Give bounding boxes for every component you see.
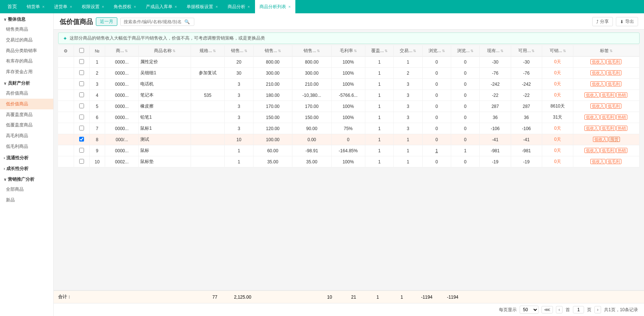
col-margin[interactable]: 毛利率⇅ <box>331 45 365 57</box>
cell-browse1[interactable]: 0 <box>422 112 451 123</box>
sidebar-item-high-value[interactable]: 高价值商品 <box>0 88 53 99</box>
cell-checkbox[interactable] <box>74 79 89 90</box>
col-browse2[interactable]: 浏览...⇅ <box>451 45 479 57</box>
row-checkbox[interactable] <box>79 81 84 86</box>
nav-analysis-list[interactable]: 商品分析列表 × <box>255 0 295 13</box>
row-checkbox[interactable] <box>79 126 84 130</box>
cell-browse1[interactable]: 0 <box>422 68 451 79</box>
row-checkbox[interactable] <box>79 103 84 108</box>
close-icon[interactable]: × <box>134 4 136 9</box>
cell-days: 0天 <box>542 57 573 68</box>
sidebar-item-low-margin[interactable]: 低毛利商品 <box>0 141 53 152</box>
col-stock[interactable]: 现有...⇅ <box>480 45 511 57</box>
cell-checkbox[interactable] <box>74 112 89 123</box>
cell-checkbox[interactable] <box>74 90 89 101</box>
col-days[interactable]: 可销...⇅ <box>542 45 573 57</box>
col-sales-amount[interactable]: 销售...⇅ <box>253 45 292 57</box>
nav-analysis[interactable]: 商品分析 × <box>223 0 254 13</box>
sidebar-item-high-margin[interactable]: 高毛利商品 <box>0 130 53 141</box>
sidebar-item-all-products[interactable]: 全部商品 <box>0 184 53 195</box>
col-browse1[interactable]: 浏览...⇅ <box>422 45 451 57</box>
cell-avail: -242 <box>511 79 542 90</box>
select-all-checkbox[interactable] <box>79 48 84 53</box>
search-icon[interactable]: 🔍 <box>184 19 190 24</box>
page-size-select[interactable]: 50 100 <box>520 306 539 314</box>
cell-browse1[interactable]: 0 <box>422 134 451 145</box>
cell-browse1[interactable]: 0 <box>422 57 451 68</box>
col-sales-profit[interactable]: 销售...⇅ <box>292 45 331 57</box>
cell-browse1[interactable]: 0 <box>422 90 451 101</box>
sidebar-group-overview[interactable]: ∨ 整体信息 <box>0 13 53 24</box>
sidebar-group-circulation[interactable]: › 流通性分析 <box>0 152 53 163</box>
prev-page-button[interactable]: ‹ <box>556 306 563 313</box>
next-page-button[interactable]: › <box>594 306 601 313</box>
cell-checkbox[interactable] <box>74 145 89 156</box>
nav-purchase[interactable]: 进货单 × <box>50 0 76 13</box>
filter-recent-month[interactable]: 近一月 <box>96 17 117 26</box>
close-icon[interactable]: × <box>248 4 250 9</box>
close-icon[interactable]: × <box>42 4 44 9</box>
tag-hot: 热销 <box>616 115 627 120</box>
col-checkbox[interactable] <box>74 45 89 57</box>
nav-home[interactable]: 首页 <box>3 0 21 13</box>
nav-template[interactable]: 单据模板设置 × <box>182 0 222 13</box>
sidebar-item-in-stock[interactable]: 有库存的商品 <box>0 56 53 67</box>
export-button[interactable]: ⬇ 导出 <box>616 17 638 26</box>
cell-checkbox[interactable] <box>74 68 89 79</box>
row-checkbox[interactable] <box>79 70 84 75</box>
cell-avail: -76 <box>511 68 542 79</box>
col-coverage[interactable]: 覆盖...⇅ <box>365 45 393 57</box>
table-container[interactable]: ⚙ № 商...⇅ 商品名称⇅ 规格...⇅ 销售...⇅ 销售...⇅ 销售.… <box>54 45 644 290</box>
sidebar-group-growth[interactable]: › 成长性分析 <box>0 163 53 173</box>
col-name[interactable]: 商品名称⇅ <box>139 45 191 57</box>
cell-browse1[interactable]: 0 <box>422 101 451 112</box>
cell-checkbox[interactable] <box>74 134 89 145</box>
row-checkbox[interactable] <box>79 148 84 153</box>
share-button[interactable]: ⤴ 分享 <box>592 17 613 26</box>
row-checkbox[interactable] <box>79 115 84 119</box>
close-icon[interactable]: × <box>288 4 291 9</box>
col-code[interactable]: 商...⇅ <box>105 45 139 57</box>
col-tags[interactable]: 标签⇅ <box>573 45 640 57</box>
cell-browse1[interactable]: 0 <box>422 79 451 90</box>
cell-browse1[interactable]: 0 <box>422 123 451 134</box>
close-icon[interactable]: × <box>102 4 104 9</box>
top-nav: 首页 销货单 × 进货单 × 权限设置 × 角色授权 × 产成品入库单 × 单据… <box>0 0 644 13</box>
sidebar-item-traded[interactable]: 交易过的商品 <box>0 35 53 45</box>
sidebar-group-financial[interactable]: ∨ 员财产分析 <box>0 77 53 88</box>
sidebar-item-low-coverage[interactable]: 低覆盖度商品 <box>0 120 53 130</box>
sidebar-item-high-coverage[interactable]: 高覆盖度商品 <box>0 109 53 120</box>
cell-checkbox[interactable] <box>74 101 89 112</box>
nav-sales[interactable]: 销货单 × <box>22 0 49 13</box>
sidebar-item-category-rate[interactable]: 商品分类助销率 <box>0 45 53 56</box>
row-checkbox[interactable] <box>79 92 84 97</box>
page-number-input[interactable] <box>573 306 584 313</box>
cell-avail: -30 <box>511 57 542 68</box>
col-avail[interactable]: 可用...⇅ <box>511 45 542 57</box>
sidebar-item-new-products[interactable]: 新品 <box>0 195 53 205</box>
cell-browse1[interactable]: 1 <box>422 145 451 156</box>
sidebar-item-sales-products[interactable]: 销售类商品 <box>0 24 53 35</box>
col-settings[interactable]: ⚙ <box>58 45 74 57</box>
close-icon[interactable]: × <box>215 4 218 9</box>
search-input[interactable] <box>124 19 183 24</box>
cell-checkbox[interactable] <box>74 156 89 167</box>
row-checkbox[interactable] <box>79 137 84 142</box>
col-sales-qty[interactable]: 销售...⇅ <box>225 45 253 57</box>
nav-roles[interactable]: 角色授权 × <box>109 0 140 13</box>
nav-permissions[interactable]: 权限设置 × <box>77 0 108 13</box>
cell-checkbox[interactable] <box>74 123 89 134</box>
close-icon[interactable]: × <box>175 4 177 9</box>
cell-checkbox[interactable] <box>74 57 89 68</box>
sidebar-item-low-value[interactable]: 低价值商品 <box>0 99 53 109</box>
col-trade[interactable]: 交易...⇅ <box>394 45 422 57</box>
col-spec[interactable]: 规格...⇅ <box>191 45 224 57</box>
sidebar-group-marketing[interactable]: ∨ 营销推广分析 <box>0 173 53 184</box>
cell-browse1[interactable]: 0 <box>422 156 451 167</box>
sidebar-item-stock-funds[interactable]: 库存资金占用 <box>0 67 53 77</box>
row-checkbox[interactable] <box>79 59 84 64</box>
first-page-button[interactable]: ⋘ <box>541 306 553 313</box>
row-checkbox[interactable] <box>79 159 84 164</box>
close-icon[interactable]: × <box>70 4 72 9</box>
nav-warehouse[interactable]: 产成品入库单 × <box>141 0 181 13</box>
